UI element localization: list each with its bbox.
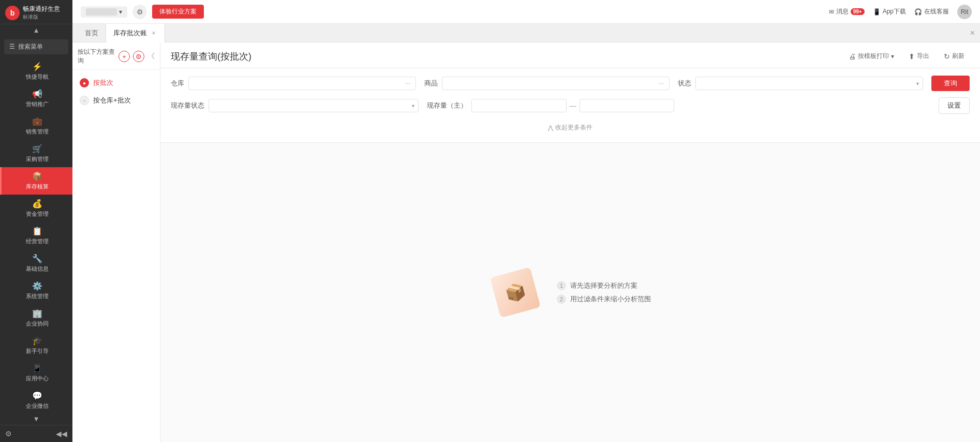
product-label: 商品 xyxy=(424,79,438,88)
sidebar-item-weixin[interactable]: 💬 企业微信 xyxy=(0,387,72,413)
app-download-btn[interactable]: 📱 App下载 xyxy=(873,7,906,16)
company-selector[interactable]: ▾ xyxy=(81,6,127,18)
tab-inventory-batch[interactable]: 库存批次账 × xyxy=(106,24,165,42)
product-input[interactable]: ··· xyxy=(442,77,670,90)
refresh-icon: ↻ xyxy=(944,52,950,61)
stock-status-select-wrapper: 全部 ▾ xyxy=(209,99,419,112)
print-label: 按模板打印 xyxy=(858,52,889,61)
purchase-label: 采购管理 xyxy=(26,155,49,163)
warehouse-field: 仓库 ··· xyxy=(171,77,416,90)
filter-item-label-batch: 按批次 xyxy=(93,78,113,87)
topbar-left: ▾ ⚙ 体验行业方案 xyxy=(81,5,204,19)
scroll-up-btn[interactable]: ▲ xyxy=(0,24,72,36)
export-icon: ⬆ xyxy=(909,52,915,61)
marketing-label: 营销推广 xyxy=(26,100,49,108)
selector-arrow-icon: ▾ xyxy=(119,8,122,16)
trial-btn[interactable]: 体验行业方案 xyxy=(152,5,204,19)
filter-items: ● 按批次 ○ 按仓库+批次 xyxy=(72,70,160,113)
sidebar-item-enterprise[interactable]: 🏢 企业协同 xyxy=(0,304,72,332)
topbar: ▾ ⚙ 体验行业方案 ✉ 消息 99+ 📱 App下载 🎧 在线客服 xyxy=(72,0,980,24)
stock-qty-to[interactable] xyxy=(580,99,675,112)
content-area: 现存量查询(按批次) 🖨 按模板打印 ▾ ⬆ 导出 ↻ 刷新 xyxy=(160,42,980,442)
tip-item-2: 2 用过滤条件来缩小分析范围 xyxy=(557,294,651,304)
weixin-icon: 💬 xyxy=(32,391,42,401)
search-form: 仓库 ··· 商品 ··· 状态 xyxy=(160,68,980,143)
status-select-wrapper: 全部 正常 停用 ▾ xyxy=(695,77,923,90)
sidebar-item-inventory[interactable]: 📦 库存核算 xyxy=(0,167,72,195)
enterprise-icon: 🏢 xyxy=(32,308,42,318)
sidebar-item-guide[interactable]: 🎓 新手引导 xyxy=(0,332,72,359)
settings-bottom-btn[interactable]: ⚙ xyxy=(5,430,12,438)
add-icon: + xyxy=(122,53,126,61)
product-field: 商品 ··· xyxy=(424,77,670,90)
scroll-down-btn[interactable]: ▼ xyxy=(0,413,72,425)
avatar: Rit xyxy=(957,5,972,19)
gear-icon: ⚙ xyxy=(137,8,143,16)
sidebar-item-marketing[interactable]: 📢 营销推广 xyxy=(0,85,72,112)
stock-status-field: 现存量状态 全部 ▾ xyxy=(171,99,419,112)
tab-home[interactable]: 首页 xyxy=(78,24,106,42)
stock-status-select[interactable]: 全部 xyxy=(209,99,419,112)
search-menu-icon: ☰ xyxy=(9,43,15,50)
system-icon: ⚙️ xyxy=(32,281,42,291)
settings-btn[interactable]: 设置 xyxy=(939,97,970,114)
sidebar-item-sales[interactable]: 💼 销售管理 xyxy=(0,112,72,140)
print-btn[interactable]: 🖨 按模板打印 ▾ xyxy=(843,50,899,63)
print-icon: 🖨 xyxy=(849,52,856,61)
page-header: 现存量查询(按批次) 🖨 按模板打印 ▾ ⬆ 导出 ↻ 刷新 xyxy=(160,42,980,68)
topbar-right: ✉ 消息 99+ 📱 App下载 🎧 在线客服 Rit xyxy=(829,5,972,19)
filter-collapse-btn[interactable]: 《 xyxy=(147,52,155,61)
filter-settings-icon: ⚙ xyxy=(136,53,142,61)
messages-btn[interactable]: ✉ 消息 99+ xyxy=(829,7,865,16)
panel-close-btn[interactable]: × xyxy=(970,28,975,38)
sidebar-logo: b xyxy=(5,6,20,20)
search-menu-btn[interactable]: ☰ 搜索菜单 xyxy=(4,39,68,54)
sidebar-item-operations[interactable]: 📋 经营管理 xyxy=(0,222,72,249)
sales-icon: 💼 xyxy=(32,116,42,126)
sidebar-item-basic[interactable]: 🔧 基础信息 xyxy=(0,249,72,277)
filter-panel: 按以下方案查询 + ⚙ 《 ● 按批次 xyxy=(72,42,160,442)
operations-label: 经营管理 xyxy=(26,238,49,245)
empty-state: 📦 1 请先选择要分析的方案 2 用过滤条件来缩小分析范围 xyxy=(160,143,980,442)
sales-label: 销售管理 xyxy=(26,128,49,136)
sidebar-item-system[interactable]: ⚙️ 系统管理 xyxy=(0,277,72,304)
sidebar-item-app-center[interactable]: 📱 应用中心 xyxy=(0,359,72,387)
sidebar-brand-info: 畅康通好生意 标准版 xyxy=(23,5,60,21)
tip-num-2: 2 xyxy=(557,294,566,304)
filter-add-btn[interactable]: + xyxy=(118,51,130,62)
service-label: 在线客服 xyxy=(924,7,949,16)
warehouse-label: 仓库 xyxy=(171,79,184,88)
status-select[interactable]: 全部 正常 停用 xyxy=(695,77,923,90)
status-label: 状态 xyxy=(678,79,691,88)
finance-label: 资金管理 xyxy=(26,210,49,218)
filter-item-by-warehouse-batch[interactable]: ○ 按仓库+批次 xyxy=(72,92,160,109)
collapse-more-btn[interactable]: ⋀ 收起更多条件 xyxy=(171,120,970,135)
search-menu-label: 搜索菜单 xyxy=(18,42,43,51)
customer-service-btn[interactable]: 🎧 在线客服 xyxy=(914,7,949,16)
collapse-up-icon: ⋀ xyxy=(548,124,553,131)
refresh-btn[interactable]: ↻ 刷新 xyxy=(939,50,970,63)
sidebar-item-finance[interactable]: 💰 资金管理 xyxy=(0,195,72,222)
search-row-1: 仓库 ··· 商品 ··· 状态 xyxy=(171,76,970,91)
collapse-label: 收起更多条件 xyxy=(555,123,592,132)
export-label: 导出 xyxy=(917,52,929,61)
message-icon: ✉ xyxy=(829,8,834,16)
collapse-sidebar-btn[interactable]: ◀◀ xyxy=(56,430,67,438)
filter-settings-btn[interactable]: ⚙ xyxy=(133,51,144,62)
sidebar-item-quick-nav[interactable]: ⚡ 快捷导航 xyxy=(0,57,72,85)
empty-content: 📦 1 请先选择要分析的方案 2 用过滤条件来缩小分析范围 xyxy=(489,267,651,318)
tab-close-btn[interactable]: × xyxy=(150,30,157,37)
filter-item-by-batch[interactable]: ● 按批次 xyxy=(72,74,160,92)
sidebar-item-purchase[interactable]: 🛒 采购管理 xyxy=(0,140,72,167)
gear-btn[interactable]: ⚙ xyxy=(132,5,147,19)
company-name xyxy=(86,8,117,16)
query-btn[interactable]: 查询 xyxy=(931,76,970,91)
stock-qty-from[interactable] xyxy=(471,99,567,112)
filter-item-dot-wh-batch: ○ xyxy=(80,96,89,105)
app-center-label: 应用中心 xyxy=(26,375,49,382)
message-label: 消息 xyxy=(836,7,849,16)
search-row-2: 现存量状态 全部 ▾ 现存量（主） — xyxy=(171,97,970,114)
user-profile-btn[interactable]: Rit xyxy=(957,5,972,19)
export-btn[interactable]: ⬆ 导出 xyxy=(903,50,934,63)
warehouse-input[interactable]: ··· xyxy=(188,77,416,90)
